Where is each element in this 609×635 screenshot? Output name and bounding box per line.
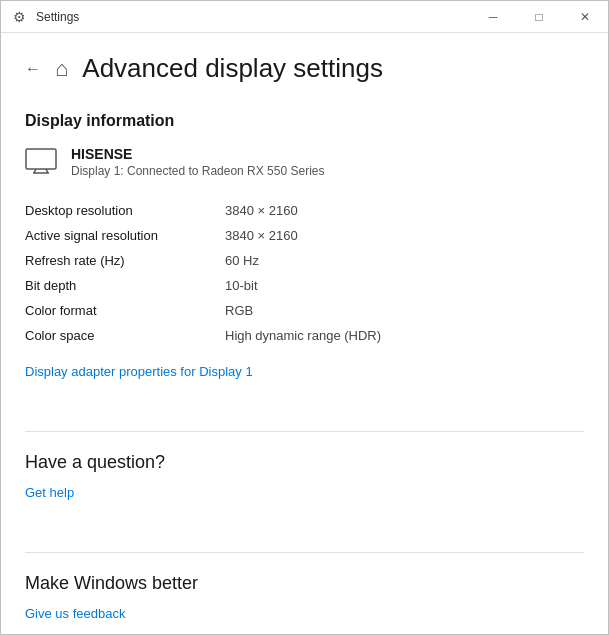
question-section: Have a question? Get help — [25, 452, 584, 528]
home-icon: ⌂ — [55, 56, 68, 82]
info-label: Refresh rate (Hz) — [25, 248, 225, 273]
feedback-section: Make Windows better Give us feedback — [25, 573, 584, 634]
question-title: Have a question? — [25, 452, 584, 473]
minimize-button[interactable]: ─ — [470, 1, 516, 33]
feedback-title: Make Windows better — [25, 573, 584, 594]
monitor-icon — [25, 148, 57, 178]
svg-rect-0 — [26, 149, 56, 169]
info-label: Color format — [25, 298, 225, 323]
display-info-card: HISENSE Display 1: Connected to Radeon R… — [25, 146, 584, 178]
table-row: Active signal resolution 3840 × 2160 — [25, 223, 584, 248]
table-row: Refresh rate (Hz) 60 Hz — [25, 248, 584, 273]
info-value: 10-bit — [225, 273, 584, 298]
info-label: Color space — [25, 323, 225, 348]
info-label: Active signal resolution — [25, 223, 225, 248]
close-button[interactable]: ✕ — [562, 1, 608, 33]
display-info-table: Desktop resolution 3840 × 2160 Active si… — [25, 198, 584, 348]
display-info-section-title: Display information — [25, 112, 584, 130]
info-value: 3840 × 2160 — [225, 223, 584, 248]
feedback-link[interactable]: Give us feedback — [25, 606, 125, 621]
adapter-properties-link[interactable]: Display adapter properties for Display 1 — [25, 364, 253, 379]
title-bar-controls: ─ □ ✕ — [470, 1, 608, 33]
monitor-name: HISENSE — [71, 146, 324, 162]
table-row: Bit depth 10-bit — [25, 273, 584, 298]
monitor-sub: Display 1: Connected to Radeon RX 550 Se… — [71, 164, 324, 178]
table-row: Desktop resolution 3840 × 2160 — [25, 198, 584, 223]
content-area: ← ⌂ Advanced display settings Display in… — [1, 33, 608, 634]
table-row: Color format RGB — [25, 298, 584, 323]
get-help-link[interactable]: Get help — [25, 485, 74, 500]
display-information-section: Display information HISENSE Display 1: C… — [25, 112, 584, 407]
info-label: Desktop resolution — [25, 198, 225, 223]
display-info-text: HISENSE Display 1: Connected to Radeon R… — [71, 146, 324, 178]
back-button[interactable]: ← — [25, 60, 41, 78]
info-value: RGB — [225, 298, 584, 323]
settings-icon: ⚙ — [13, 9, 26, 25]
info-label: Bit depth — [25, 273, 225, 298]
maximize-button[interactable]: □ — [516, 1, 562, 33]
title-bar: ⚙ Settings ─ □ ✕ — [1, 1, 608, 33]
window-title: Settings — [36, 10, 79, 24]
info-value: High dynamic range (HDR) — [225, 323, 584, 348]
window: ⚙ Settings ─ □ ✕ ← ⌂ Advanced display se… — [0, 0, 609, 635]
title-bar-left: ⚙ Settings — [13, 9, 79, 25]
info-value: 60 Hz — [225, 248, 584, 273]
info-value: 3840 × 2160 — [225, 198, 584, 223]
divider-2 — [25, 552, 584, 553]
page-title: Advanced display settings — [82, 53, 383, 84]
divider-1 — [25, 431, 584, 432]
page-header: ← ⌂ Advanced display settings — [25, 53, 584, 84]
table-row: Color space High dynamic range (HDR) — [25, 323, 584, 348]
